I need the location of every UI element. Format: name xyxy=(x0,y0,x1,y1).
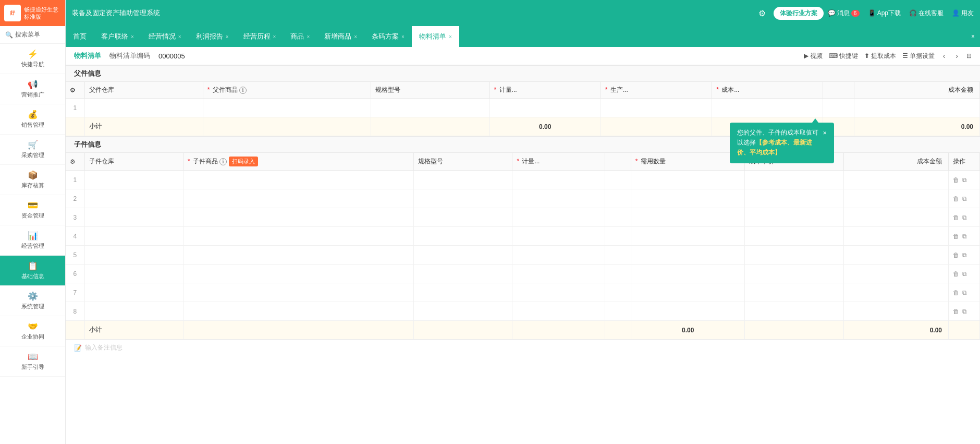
child-row-8-warehouse[interactable] xyxy=(84,302,183,321)
child-row-1-warehouse[interactable] xyxy=(84,171,183,189)
child-row-8-quantity[interactable] xyxy=(512,302,605,321)
child-row-5-required-qty[interactable] xyxy=(631,246,745,265)
child-row-2-warehouse[interactable] xyxy=(84,189,183,208)
tab-customer[interactable]: 客户联络 × xyxy=(94,26,141,47)
child-row-3-quantity[interactable] xyxy=(512,208,605,227)
parent-row-1-quantity[interactable] xyxy=(489,99,601,117)
child-row-3-product[interactable] xyxy=(183,208,413,227)
child-row-3-warehouse[interactable] xyxy=(84,208,183,227)
delete-icon-8[interactable]: 🗑 xyxy=(953,308,959,315)
child-row-5-quantity[interactable] xyxy=(512,246,605,265)
child-product-info-icon[interactable]: ℹ xyxy=(219,158,227,165)
user-item[interactable]: 👤 用友 xyxy=(952,9,974,18)
child-row-7-product[interactable] xyxy=(183,283,413,302)
sidebar-item-inventory[interactable]: 📦 库存核算 xyxy=(0,165,65,195)
tab-profit-close[interactable]: × xyxy=(226,34,229,40)
child-row-8-product[interactable] xyxy=(183,302,413,321)
child-row-4-product[interactable] xyxy=(183,227,413,246)
tab-product-close[interactable]: × xyxy=(307,34,310,40)
breadcrumb-bom[interactable]: 物料清单 xyxy=(74,51,101,61)
copy-icon-3[interactable]: ⧉ xyxy=(962,214,967,221)
child-row-4-warehouse[interactable] xyxy=(84,227,183,246)
app-download-item[interactable]: 📱 App下载 xyxy=(868,9,901,18)
sidebar-item-cooperation[interactable]: 🤝 企业协同 xyxy=(0,316,65,346)
delete-icon-4[interactable]: 🗑 xyxy=(953,233,959,240)
child-row-7-quantity[interactable] xyxy=(512,283,605,302)
copy-icon-8[interactable]: ⧉ xyxy=(962,308,967,315)
delete-icon-1[interactable]: 🗑 xyxy=(953,176,959,184)
tab-home[interactable]: 首页 xyxy=(66,26,94,47)
child-row-6-quantity[interactable] xyxy=(512,265,605,283)
child-row-7-warehouse[interactable] xyxy=(84,283,183,302)
sidebar-item-marketing[interactable]: 📢 营销推广 xyxy=(0,74,65,104)
copy-icon-7[interactable]: ⧉ xyxy=(962,289,967,296)
nav-next[interactable]: › xyxy=(953,52,960,60)
sidebar-item-purchase[interactable]: 🛒 采购管理 xyxy=(0,135,65,165)
delete-icon-2[interactable]: 🗑 xyxy=(953,195,959,202)
online-service-item[interactable]: 🎧 在线客服 xyxy=(909,9,944,18)
footer-hint-text[interactable]: 输入备注信息 xyxy=(85,343,123,352)
layout-icon[interactable]: ⊟ xyxy=(966,52,972,59)
settings-icon[interactable]: ⚙ xyxy=(755,6,769,20)
delete-icon-6[interactable]: 🗑 xyxy=(953,270,959,278)
action-video[interactable]: ▶ 视频 xyxy=(804,52,823,61)
copy-icon-6[interactable]: ⧉ xyxy=(962,270,967,278)
copy-icon-5[interactable]: ⧉ xyxy=(962,251,967,259)
copy-icon-2[interactable]: ⧉ xyxy=(962,195,967,202)
trial-button[interactable]: 体验行业方案 xyxy=(774,7,824,20)
tab-bom[interactable]: 物料清单 × xyxy=(412,26,459,47)
child-row-3-required-qty[interactable] xyxy=(631,208,745,227)
child-row-6-required-qty[interactable] xyxy=(631,265,745,283)
tab-business[interactable]: 经营情况 × xyxy=(141,26,189,47)
tab-customer-close[interactable]: × xyxy=(131,34,134,40)
child-row-4-quantity[interactable] xyxy=(512,227,605,246)
tab-barcode[interactable]: 条码方案 × xyxy=(364,26,412,47)
close-all-tabs[interactable]: × xyxy=(966,33,980,40)
tab-history-close[interactable]: × xyxy=(273,34,276,40)
child-row-5-product[interactable] xyxy=(183,246,413,265)
th-parent-settings[interactable]: ⚙ xyxy=(66,82,84,99)
child-row-6-warehouse[interactable] xyxy=(84,265,183,283)
parent-row-1-warehouse[interactable] xyxy=(84,99,203,117)
tab-product[interactable]: 商品 × xyxy=(283,26,317,47)
sidebar-item-guide[interactable]: 📖 新手引导 xyxy=(0,346,65,377)
delete-icon-5[interactable]: 🗑 xyxy=(953,251,959,259)
nav-prev[interactable]: ‹ xyxy=(941,52,948,60)
tooltip-close-button[interactable]: × xyxy=(823,128,827,139)
copy-icon-4[interactable]: ⧉ xyxy=(962,233,967,240)
tab-new-product-close[interactable]: × xyxy=(354,34,357,40)
sidebar-search[interactable]: 🔍 搜索菜单 xyxy=(0,26,65,44)
sidebar-item-operations[interactable]: 📊 经营管理 xyxy=(0,225,65,256)
action-shortcut[interactable]: ⌨ 快捷键 xyxy=(829,52,858,61)
parent-row-1-product[interactable] xyxy=(203,99,371,117)
tab-new-product[interactable]: 新增商品 × xyxy=(317,26,364,47)
th-child-settings[interactable]: ⚙ xyxy=(66,153,84,171)
sidebar-item-finance[interactable]: 💳 资金管理 xyxy=(0,195,65,225)
tab-profit[interactable]: 利润报告 × xyxy=(189,26,236,47)
child-row-1-quantity[interactable] xyxy=(512,171,605,189)
child-row-2-required-qty[interactable] xyxy=(631,189,745,208)
tab-bom-close[interactable]: × xyxy=(449,34,452,40)
child-row-2-quantity[interactable] xyxy=(512,189,605,208)
message-item[interactable]: 💬 消息 6 xyxy=(828,9,860,18)
sidebar-item-quick-nav[interactable]: ⚡ 快捷导航 xyxy=(0,44,65,74)
delete-icon-7[interactable]: 🗑 xyxy=(953,289,959,296)
child-row-5-warehouse[interactable] xyxy=(84,246,183,265)
tab-barcode-close[interactable]: × xyxy=(401,34,405,40)
copy-icon-1[interactable]: ⧉ xyxy=(962,176,967,184)
delete-icon-3[interactable]: 🗑 xyxy=(953,214,959,221)
child-row-8-required-qty[interactable] xyxy=(631,302,745,321)
tab-history[interactable]: 经营历程 × xyxy=(236,26,284,47)
child-row-1-product[interactable] xyxy=(183,171,413,189)
child-row-6-product[interactable] xyxy=(183,265,413,283)
action-extract-cost[interactable]: ⬆ 提取成本 xyxy=(864,52,896,61)
sidebar-item-system[interactable]: ⚙️ 系统管理 xyxy=(0,286,65,316)
tab-business-close[interactable]: × xyxy=(178,34,181,40)
action-single-settings[interactable]: ☰ 单据设置 xyxy=(902,52,935,61)
child-row-4-required-qty[interactable] xyxy=(631,227,745,246)
child-row-2-product[interactable] xyxy=(183,189,413,208)
sidebar-item-basic-info[interactable]: 📋 基础信息 xyxy=(0,256,65,286)
parent-row-1-production[interactable] xyxy=(601,99,712,117)
sidebar-item-sales[interactable]: 💰 销售管理 xyxy=(0,104,65,135)
child-row-7-required-qty[interactable] xyxy=(631,283,745,302)
